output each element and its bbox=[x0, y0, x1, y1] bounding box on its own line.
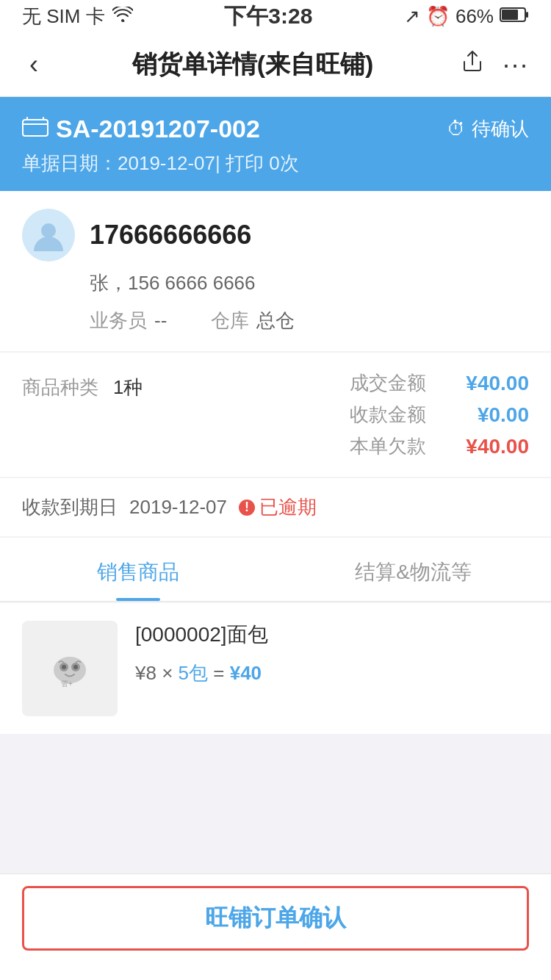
product-multiply: × bbox=[162, 662, 178, 684]
svg-rect-3 bbox=[526, 12, 528, 18]
content-wrapper: SA-20191207-002 ⏱ 待确认 单据日期：2019-12-07| 打… bbox=[0, 97, 551, 980]
clock-icon: ⏱ bbox=[447, 118, 466, 140]
customer-meta: 业务员 -- 仓库 总仓 bbox=[90, 308, 529, 334]
alarm-icon: ⏰ bbox=[426, 5, 450, 28]
order-status: ⏱ 待确认 bbox=[447, 116, 529, 142]
warehouse-meta: 仓库 总仓 bbox=[211, 308, 295, 334]
tabs-section: 销售商品 结算&物流等 bbox=[0, 538, 551, 602]
wifi-icon bbox=[112, 5, 133, 28]
summary-right: 成交金额 ¥40.00 收款金额 ¥0.00 本单欠款 ¥40.00 bbox=[338, 370, 529, 459]
svg-point-0 bbox=[121, 19, 124, 22]
tabs-row: 销售商品 结算&物流等 bbox=[0, 538, 551, 602]
product-section: 管+ [0000002]面包 ¥8 × 5包 = ¥40 bbox=[0, 603, 551, 734]
svg-rect-2 bbox=[502, 10, 518, 20]
product-thumbnail: 管+ bbox=[22, 621, 118, 716]
customer-phone: 17666666666 bbox=[90, 220, 251, 251]
product-qty: 5包 bbox=[179, 662, 208, 684]
confirm-button[interactable]: 旺铺订单确认 bbox=[22, 886, 529, 951]
due-label: 收款到期日 bbox=[22, 494, 118, 520]
customer-row: 17666666666 bbox=[22, 209, 529, 262]
order-date: 单据日期：2019-12-07| 打印 0次 bbox=[22, 151, 529, 176]
due-date: 2019-12-07 bbox=[129, 496, 227, 519]
status-carrier: 无 SIM 卡 bbox=[22, 4, 133, 29]
page-title: 销货单详情(来自旺铺) bbox=[132, 48, 374, 82]
location-icon: ↗ bbox=[404, 5, 420, 28]
share-icon[interactable] bbox=[460, 49, 485, 80]
amount-row-2: 本单欠款 ¥40.00 bbox=[338, 433, 529, 459]
battery-text: 66% bbox=[455, 5, 494, 28]
svg-rect-4 bbox=[23, 120, 48, 136]
product-info: [0000002]面包 ¥8 × 5包 = ¥40 bbox=[135, 621, 529, 686]
product-price: ¥8 bbox=[135, 662, 156, 684]
svg-text:管+: 管+ bbox=[61, 680, 73, 688]
tab-sales[interactable]: 销售商品 bbox=[0, 538, 276, 601]
more-icon[interactable]: ··· bbox=[503, 49, 529, 80]
order-header: SA-20191207-002 ⏱ 待确认 单据日期：2019-12-07| 打… bbox=[0, 97, 551, 191]
overdue-dot: ! bbox=[239, 500, 255, 516]
product-equals: = bbox=[213, 662, 229, 684]
amount-row-0: 成交金额 ¥40.00 bbox=[338, 370, 529, 396]
svg-point-9 bbox=[62, 665, 66, 669]
nav-bar: ‹ 销货单详情(来自旺铺) ··· bbox=[0, 32, 551, 97]
overdue-text: 已逾期 bbox=[259, 494, 317, 520]
status-bar: 无 SIM 卡 下午3:28 ↗ ⏰ 66% bbox=[0, 0, 551, 32]
summary-section: 商品种类 1种 成交金额 ¥40.00 收款金额 ¥0.00 本单欠款 ¥40.… bbox=[0, 353, 551, 477]
amount-row-1: 收款金额 ¥0.00 bbox=[338, 402, 529, 428]
product-name: [0000002]面包 bbox=[135, 621, 529, 649]
summary-left: 商品种类 1种 bbox=[22, 370, 143, 400]
customer-name: 张，156 6666 6666 bbox=[90, 270, 529, 296]
customer-avatar bbox=[22, 209, 75, 262]
empty-space bbox=[0, 734, 551, 881]
overdue-badge: ! 已逾期 bbox=[239, 494, 317, 520]
product-total: ¥40 bbox=[230, 662, 262, 684]
tab-settlement[interactable]: 结算&物流等 bbox=[276, 538, 551, 601]
order-icon bbox=[22, 115, 48, 143]
status-right: ↗ ⏰ 66% bbox=[404, 5, 529, 28]
customer-section: 17666666666 张，156 6666 6666 业务员 -- 仓库 总仓 bbox=[0, 191, 551, 351]
back-button[interactable]: ‹ bbox=[22, 42, 46, 87]
product-price-row: ¥8 × 5包 = ¥40 bbox=[135, 660, 529, 686]
svg-point-5 bbox=[41, 223, 56, 238]
svg-point-10 bbox=[73, 665, 78, 669]
status-time: 下午3:28 bbox=[224, 1, 312, 32]
due-section: 收款到期日 2019-12-07 ! 已逾期 bbox=[0, 478, 551, 536]
order-id-row: SA-20191207-002 ⏱ 待确认 bbox=[22, 115, 529, 143]
carrier-text: 无 SIM 卡 bbox=[22, 4, 105, 29]
salesman-meta: 业务员 -- bbox=[90, 308, 167, 334]
battery-icon bbox=[500, 5, 529, 28]
nav-actions: ··· bbox=[460, 49, 529, 80]
bottom-bar: 旺铺订单确认 bbox=[0, 873, 551, 980]
order-id: SA-20191207-002 bbox=[22, 115, 260, 143]
